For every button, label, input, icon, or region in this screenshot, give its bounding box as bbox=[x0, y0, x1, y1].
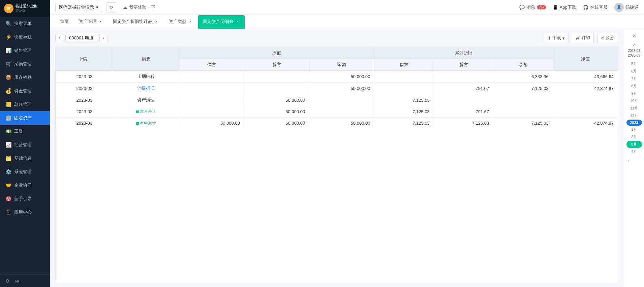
sidebar-scroll: 🔍 搜索菜单 ⚡ 快捷导航 📊 销售管理 🛒 采购管理 📦 库存核算 💰 资金管… bbox=[0, 17, 50, 275]
next-asset-btn[interactable]: › bbox=[99, 34, 108, 42]
timeline-month[interactable]: 2月 bbox=[626, 133, 642, 140]
timeline-month[interactable]: 4月 bbox=[626, 148, 642, 155]
cell-summary: 计提折旧 bbox=[113, 83, 179, 94]
timeline-month[interactable]: 9月 bbox=[626, 90, 642, 97]
timeline-month[interactable]: 8月 bbox=[626, 83, 642, 90]
timeline-month[interactable]: 12月 bbox=[626, 112, 642, 119]
tab-home[interactable]: 首页 bbox=[55, 15, 73, 29]
timeline-year-2023[interactable]: 2023 bbox=[626, 120, 642, 126]
cell-acc-credit: 7,125.03 bbox=[434, 118, 493, 129]
timeline-month[interactable]: 6月 bbox=[626, 68, 642, 75]
tab-close-assettype[interactable]: × bbox=[188, 19, 193, 24]
tab-close-detail[interactable]: × bbox=[235, 19, 240, 24]
sidebar-icon-wages: 💵 bbox=[5, 128, 11, 134]
sidebar-item-sales[interactable]: 📊 销售管理 bbox=[0, 44, 50, 57]
cell-acc-balance: 7,125.03 bbox=[493, 83, 553, 94]
close-panel-btn[interactable]: ✕ bbox=[632, 32, 636, 40]
cell-orig-debit bbox=[179, 83, 244, 94]
cell-orig-debit bbox=[179, 71, 244, 83]
sidebar-icon-search: 🔍 bbox=[5, 21, 11, 27]
table-row: 2023-03 计提折旧 50,000.00 791.67 7,125.03 4… bbox=[56, 83, 618, 94]
header-settings-btn[interactable]: ⚙ bbox=[106, 2, 116, 12]
tab-detail[interactable]: 固定资产明细账× bbox=[198, 15, 245, 29]
sidebar-item-fixedassets[interactable]: 🏢 固定资产 bbox=[0, 111, 50, 125]
timeline-month[interactable]: 11月 bbox=[626, 105, 642, 112]
sidebar-item-inventory[interactable]: 📦 库存核算 bbox=[0, 71, 50, 84]
collapse-icon[interactable]: ⏮ bbox=[15, 278, 20, 284]
th-date: 日期 bbox=[56, 47, 113, 71]
cell-acc-debit: 7,125.03 bbox=[374, 106, 434, 118]
sidebar-item-ledger[interactable]: 📒 总账管理 bbox=[0, 98, 50, 111]
sidebar-item-base[interactable]: 🗂️ 基础信息 bbox=[0, 152, 50, 165]
cell-orig-credit bbox=[244, 83, 309, 94]
experience-btn[interactable]: ☁ 我要体验一下 bbox=[123, 4, 155, 10]
download-btn[interactable]: 📱 App下载 bbox=[553, 4, 576, 10]
cell-date: 2023-03 bbox=[56, 71, 113, 83]
settings-icon[interactable]: ⚙ bbox=[5, 278, 10, 284]
cell-orig-balance: 50,000.00 bbox=[309, 118, 374, 129]
messages-label: 消息 bbox=[526, 4, 535, 10]
tab-assets[interactable]: 资产管理× bbox=[74, 15, 108, 29]
cell-orig-debit bbox=[179, 106, 244, 118]
timeline-month[interactable]: 5月 bbox=[626, 60, 642, 67]
sidebar-label-operations: 经营管理 bbox=[14, 142, 32, 148]
cell-acc-credit bbox=[434, 71, 493, 83]
download-icon: ⬇ bbox=[547, 36, 551, 41]
user-area[interactable]: 👤 畅捷通 bbox=[614, 3, 639, 12]
sidebar-item-collab[interactable]: 🤝 企业协同 bbox=[0, 179, 50, 192]
cell-orig-credit: 50,000.00 bbox=[244, 94, 309, 106]
sidebar-icon-apps: 📱 bbox=[5, 209, 11, 215]
cell-acc-balance: 7,125.03 bbox=[493, 118, 553, 129]
tab-label-assettype: 资产类型 bbox=[169, 19, 186, 25]
th-acc-credit: 贷方 bbox=[434, 59, 493, 71]
refresh-btn[interactable]: ↻ 刷新 bbox=[597, 33, 618, 43]
service-btn[interactable]: 🎧 在线客服 bbox=[583, 4, 608, 10]
sidebar-item-purchase[interactable]: 🛒 采购管理 bbox=[0, 57, 50, 71]
sidebar-label-apps: 应用中心 bbox=[14, 209, 32, 215]
avatar: 👤 bbox=[614, 3, 624, 12]
sidebar-item-search[interactable]: 🔍 搜索菜单 bbox=[0, 17, 50, 30]
timeline-month[interactable]: 3月 bbox=[626, 141, 642, 148]
sidebar-item-operations[interactable]: 📈 经营管理 bbox=[0, 138, 50, 152]
sidebar-label-fixedassets: 固定资产 bbox=[14, 115, 32, 121]
sidebar-item-funds[interactable]: 💰 资金管理 bbox=[0, 84, 50, 98]
table-row: 2023-03 本月合计 50,000.00 7,125.03 791.67 bbox=[56, 106, 618, 118]
logo-icon: 财 bbox=[4, 4, 13, 13]
cell-net-value: 42,874.97 bbox=[553, 118, 618, 129]
prev-asset-btn[interactable]: ‹ bbox=[55, 34, 63, 42]
timeline-month[interactable]: 7月 bbox=[626, 75, 642, 82]
sidebar-item-wages[interactable]: 💵 工资 bbox=[0, 125, 50, 138]
cell-summary: 上期结转 bbox=[113, 71, 179, 83]
cell-date: 2023-03 bbox=[56, 106, 113, 118]
expand-panel-btn[interactable]: ⤢ bbox=[633, 41, 636, 49]
sidebar-label-base: 基础信息 bbox=[14, 155, 32, 161]
cell-net-value: 42,874.97 bbox=[553, 83, 618, 94]
sidebar-item-system[interactable]: ⚙️ 系统管理 bbox=[0, 165, 50, 179]
cell-acc-debit bbox=[374, 71, 434, 83]
detail-table: 日期 摘要 原值 累计折旧 净值 借方 贷方 余额 借方 贷方 余额 bbox=[56, 47, 618, 129]
tab-depreciation[interactable]: 固定资产折旧统计表× bbox=[108, 15, 163, 29]
cell-acc-balance bbox=[493, 106, 553, 118]
sidebar-item-quicknav[interactable]: ⚡ 快捷导航 bbox=[0, 30, 50, 44]
download-btn[interactable]: ⬇ 下载 ▾ bbox=[544, 33, 569, 43]
cell-summary: 本月合计 bbox=[113, 106, 179, 118]
timeline-down-arrow[interactable]: ⌄ bbox=[626, 156, 642, 163]
print-icon: 🖨 bbox=[576, 36, 580, 41]
tab-close-depreciation[interactable]: × bbox=[154, 19, 159, 24]
cell-orig-debit: 50,000.00 bbox=[179, 118, 244, 129]
logo-text: 畅捷通好业财 bbox=[16, 4, 38, 8]
summary-link[interactable]: 计提折旧 bbox=[137, 86, 155, 91]
main-panel: ‹ 000001 电脑 › ⬇ 下载 ▾ 🖨 打印 bbox=[50, 29, 624, 287]
tab-close-assets[interactable]: × bbox=[98, 19, 103, 24]
table-row: 2023-03 资产清理 50,000.00 7,125.03 bbox=[56, 94, 618, 106]
sidebar-item-guide[interactable]: 🎯 新手引导 bbox=[0, 192, 50, 205]
summary-tag: 本年累计 bbox=[136, 120, 156, 126]
tab-assettype[interactable]: 资产类型× bbox=[164, 15, 197, 29]
cell-orig-credit: 50,000.00 bbox=[244, 106, 309, 118]
timeline-month[interactable]: 10月 bbox=[626, 97, 642, 104]
messages-btn[interactable]: 💬 消息 99+ bbox=[519, 4, 546, 10]
sidebar-item-apps[interactable]: 📱 应用中心 bbox=[0, 205, 50, 219]
company-selector[interactable]: 医疗器械行业演示 ▾ bbox=[55, 3, 102, 12]
timeline-month[interactable]: 1月 bbox=[626, 126, 642, 133]
print-btn[interactable]: 🖨 打印 bbox=[572, 33, 594, 43]
